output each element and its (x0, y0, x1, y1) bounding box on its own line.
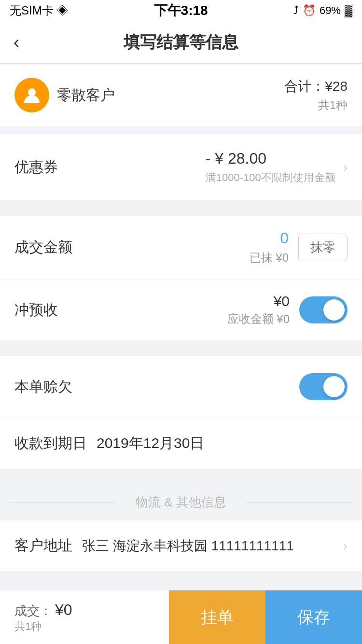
sim-status: 无SIM卡 ◈ (10, 3, 68, 18)
svg-point-0 (28, 88, 36, 96)
customer-section: 零散客户 合计：¥28 共1种 (0, 64, 362, 126)
status-time: 下午3:18 (154, 1, 208, 20)
divider-2 (0, 348, 362, 356)
advance-amount: ¥0 (227, 293, 290, 309)
status-bar: 无SIM卡 ◈ 下午3:18 ⤴ ⏰ 69% ▓ (0, 0, 362, 21)
address-value: 张三 海淀永丰科技园 11111111111 (82, 537, 343, 555)
arrears-label: 本单赊欠 (14, 377, 72, 397)
advance-right: ¥0 应收金额 ¥0 (227, 293, 348, 327)
round-button[interactable]: 抹零 (298, 234, 348, 261)
transaction-section: 成交金额 已抹 ¥0 抹零 冲预收 ¥0 应收金额 ¥0 (0, 216, 362, 340)
arrears-section: 本单赊欠 收款到期日 2019年12月30日 (0, 356, 362, 469)
divider-1 (0, 208, 362, 216)
transaction-sub: 已抹 ¥0 (231, 250, 289, 266)
due-date-label: 收款到期日 (14, 434, 87, 453)
total-amount: 合计：¥28 (284, 77, 348, 96)
customer-right: 合计：¥28 共1种 (284, 77, 348, 113)
advance-label: 冲预收 (14, 300, 58, 320)
address-section: 客户地址 张三 海淀永丰科技园 11111111111 › (0, 520, 362, 571)
sep-line-left (10, 502, 116, 503)
customer-left: 零散客户 (14, 78, 115, 112)
hang-button[interactable]: 挂单 (169, 590, 265, 644)
nav-bar: ‹ 填写结算等信息 (0, 21, 362, 64)
coupon-row[interactable]: 优惠券 - ¥ 28.00 满1000-100不限制使用金额 › (0, 134, 362, 200)
coupon-amount: - ¥ 28.00 (206, 150, 335, 168)
sep-line-right (246, 502, 352, 503)
bottom-count: 共1种 (14, 619, 154, 634)
status-left: 无SIM卡 ◈ (10, 3, 68, 18)
arrears-toggle[interactable] (299, 373, 348, 400)
location-icon: ⤴ (293, 4, 299, 17)
bottom-trans-label: 成交： (14, 602, 52, 619)
advance-row: 冲预收 ¥0 应收金额 ¥0 (0, 279, 362, 340)
divider-3 (0, 476, 362, 484)
address-row[interactable]: 客户地址 张三 海淀永丰科技园 11111111111 › (0, 520, 362, 571)
advance-toggle[interactable] (299, 296, 348, 323)
status-right: ⤴ ⏰ 69% ▓ (293, 4, 352, 17)
due-date-row: 收款到期日 2019年12月30日 (0, 418, 362, 469)
content-area: 零散客户 合计：¥28 共1种 优惠券 - ¥ 28.00 满1000-100不… (0, 64, 362, 644)
coupon-section[interactable]: 优惠券 - ¥ 28.00 满1000-100不限制使用金额 › (0, 134, 362, 200)
address-label: 客户地址 (14, 536, 72, 556)
transaction-input[interactable] (231, 229, 289, 247)
bottom-bar: 成交： ¥0 共1种 挂单 保存 (0, 590, 362, 644)
customer-row: 零散客户 合计：¥28 共1种 (0, 64, 362, 126)
coupon-desc: 满1000-100不限制使用金额 (206, 170, 335, 185)
bottom-trans-amount: ¥0 (55, 601, 72, 619)
customer-name: 零散客户 (57, 85, 115, 105)
back-button[interactable]: ‹ (14, 32, 19, 53)
advance-values: ¥0 应收金额 ¥0 (227, 293, 290, 327)
total-count: 共1种 (284, 98, 348, 113)
transaction-label: 成交金额 (14, 238, 72, 257)
advance-sub: 应收金额 ¥0 (227, 311, 290, 327)
nav-title: 填写结算等信息 (124, 31, 238, 54)
arrears-row: 本单赊欠 (0, 356, 362, 418)
alarm-icon: ⏰ (303, 4, 316, 17)
bottom-info: 成交： ¥0 共1种 (0, 601, 169, 634)
save-button[interactable]: 保存 (265, 590, 362, 644)
transaction-row: 成交金额 已抹 ¥0 抹零 (0, 216, 362, 279)
due-date-value: 2019年12月30日 (97, 434, 204, 453)
coupon-chevron-icon: › (343, 160, 348, 175)
coupon-label: 优惠券 (14, 157, 58, 177)
battery-icon: ▓ (345, 4, 352, 17)
logistics-separator: 物流 & 其他信息 (0, 484, 362, 520)
address-chevron-icon: › (343, 538, 348, 554)
logistics-label: 物流 & 其他信息 (136, 494, 226, 511)
coupon-right: - ¥ 28.00 满1000-100不限制使用金额 › (206, 150, 348, 185)
avatar (14, 78, 49, 112)
battery-level: 69% (320, 4, 341, 17)
